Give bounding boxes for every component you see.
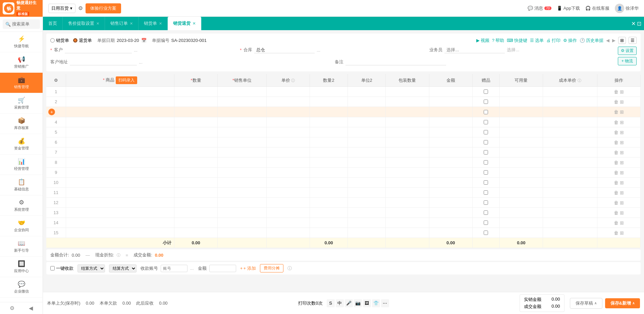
tab-close-button[interactable]: ✕ [631, 20, 636, 27]
tab-price-setup[interactable]: 售价提取设置 ✕ [63, 17, 105, 30]
help-button[interactable]: ? 帮助 [492, 38, 504, 44]
copy-row-13[interactable]: ⊞ [620, 210, 624, 215]
tab-maximize-button[interactable]: ⊡ [637, 20, 641, 27]
gift-checkbox-5[interactable] [484, 130, 488, 134]
sidebar-item-member[interactable]: V 畅会员 [0, 298, 43, 302]
gift-checkbox-10[interactable] [484, 180, 488, 185]
gift-checkbox-8[interactable] [484, 160, 488, 165]
address-picker[interactable]: ... [139, 60, 143, 65]
sidebar-item-operations[interactable]: 📊 经营管理 [0, 154, 43, 175]
save-new-button[interactable]: 保存&新增 ∧ [605, 298, 640, 308]
tool-zh[interactable]: 中 [336, 299, 344, 307]
sidebar-item-finance[interactable]: 💰 资金管理 [0, 134, 43, 154]
sidebar-settings-button[interactable]: ⚙ [10, 305, 14, 311]
gift-checkbox-13[interactable] [484, 210, 488, 215]
gift-checkbox-11[interactable] [484, 190, 488, 195]
tab-sales-delivery-close[interactable]: ✕ [159, 21, 162, 26]
customer-input[interactable] [65, 47, 132, 53]
trial-button[interactable]: 体验行业方案 [86, 3, 121, 13]
operate-button[interactable]: ⚙ 操作 [563, 38, 577, 44]
sidebar-item-coop[interactable]: 🤝 企业协同 [0, 216, 43, 236]
sidebar-item-system[interactable]: ⚙ 系统管理 [0, 195, 43, 216]
sidebar-item-inventory[interactable]: 📦 库存核算 [0, 114, 43, 134]
copy-row-12[interactable]: ⊞ [620, 200, 624, 205]
warehouse-picker[interactable]: ... [317, 48, 320, 53]
gift-checkbox-12[interactable] [484, 200, 488, 205]
cell-product-6[interactable] [66, 137, 174, 147]
search-menu-button[interactable]: 🔍 搜索菜单 [3, 19, 40, 29]
delete-row-8[interactable]: 🗑 [614, 160, 619, 165]
tab-sales-return-close[interactable]: ✕ [193, 21, 196, 26]
cell-product-13[interactable] [66, 208, 174, 218]
delete-row-15[interactable]: 🗑 [614, 230, 619, 236]
copy-row-5[interactable]: ⊞ [620, 130, 624, 135]
delete-row-1[interactable]: 🗑 [614, 89, 619, 95]
delete-row-4[interactable]: 🗑 [614, 120, 619, 125]
app-download-button[interactable]: 📱 App下载 [557, 5, 580, 11]
gift-checkbox-4[interactable] [484, 120, 488, 124]
gift-checkbox-6[interactable] [484, 140, 488, 144]
history-button[interactable]: 🕐 历史单据 [580, 38, 603, 44]
customer-picker[interactable]: ... [134, 48, 138, 53]
tool-shirt[interactable]: 👕 [372, 299, 380, 307]
save-draft-button[interactable]: 保存草稿 ∧ [570, 298, 602, 309]
tab-sales-order[interactable]: 销售订单 ✕ [105, 17, 139, 30]
shortcut-btn[interactable]: ⌨ 快捷键 [507, 38, 527, 44]
radio-sale[interactable]: 销货单 [50, 38, 69, 44]
gift-checkbox-9[interactable] [484, 170, 488, 175]
cell-product-5[interactable] [66, 127, 174, 137]
tab-sales-delivery[interactable]: 销货单 ✕ [139, 17, 168, 30]
settings-form-button[interactable]: ⚙ 设置 [618, 47, 637, 55]
sidebar-item-sales[interactable]: 💼 销售管理 [0, 73, 43, 93]
tab-sales-order-close[interactable]: ✕ [130, 21, 133, 26]
remark-input[interactable] [345, 59, 446, 65]
user-menu[interactable]: 👤 徐泽华 [615, 4, 639, 13]
account-input[interactable] [161, 265, 187, 272]
delete-row-13[interactable]: 🗑 [614, 210, 619, 215]
cell-product-9[interactable] [66, 168, 174, 178]
radio-return-input[interactable] [73, 38, 77, 43]
delete-row-6[interactable]: 🗑 [614, 140, 619, 145]
fee-amount-input[interactable] [209, 265, 236, 272]
radio-return[interactable]: 退货单 [73, 38, 92, 44]
copy-row-11[interactable]: ⊞ [620, 190, 624, 195]
delete-row-12[interactable]: 🗑 [614, 200, 619, 205]
warehouse-input[interactable] [254, 47, 315, 53]
one-click-pay-checkbox[interactable]: 一键收款 [50, 265, 73, 271]
print-button[interactable]: 🖨 打印 [546, 38, 560, 44]
gift-checkbox-15[interactable] [484, 231, 488, 235]
delete-row-11[interactable]: 🗑 [614, 190, 619, 195]
add-row-button[interactable]: + [48, 109, 55, 115]
delete-row-7[interactable]: 🗑 [614, 150, 619, 155]
logistics-button[interactable]: + 物流 [618, 57, 637, 65]
tab-sales-return[interactable]: 销货退货 ✕ [168, 17, 201, 30]
address-input[interactable] [70, 59, 137, 65]
sidebar-item-guide[interactable]: 📖 新手引导 [0, 236, 43, 257]
settle-method-select[interactable]: 结算方式 [77, 264, 105, 272]
cell-product-10[interactable] [66, 178, 174, 188]
delete-row-9[interactable]: 🗑 [614, 170, 619, 175]
cell-product-15[interactable] [66, 228, 174, 238]
select-order-btn[interactable]: ☰ 选单 [530, 38, 544, 44]
delete-row-2[interactable]: 🗑 [614, 99, 619, 105]
cell-product-4[interactable] [66, 117, 174, 127]
gift-checkbox-3[interactable] [484, 110, 488, 114]
cell-product-12[interactable] [66, 198, 174, 208]
copy-row-10[interactable]: ⊞ [620, 180, 624, 185]
fee-split-button[interactable]: 费用分摊 [260, 264, 283, 272]
scan-input-button[interactable]: 扫码录入 [116, 76, 137, 84]
tab-home[interactable]: 首页 [43, 17, 63, 30]
staff-input[interactable] [444, 47, 505, 53]
delete-row-14[interactable]: 🗑 [614, 220, 619, 226]
topbar-settings-button[interactable]: ⚙ [78, 5, 83, 11]
one-click-pay-input[interactable] [50, 266, 55, 270]
staff-picker[interactable]: 选择... [507, 47, 519, 53]
cell-product-3[interactable] [66, 107, 174, 117]
copy-row-9[interactable]: ⊞ [620, 170, 624, 175]
copy-row-2[interactable]: ⊞ [620, 99, 624, 105]
gift-checkbox-2[interactable] [484, 100, 488, 104]
tool-mic[interactable]: 🎤 [345, 299, 353, 307]
sidebar-item-shortcut[interactable]: ⚡ 快捷导航 [0, 32, 43, 52]
gift-checkbox-1[interactable] [484, 89, 488, 94]
tool-more[interactable]: ⋯ [381, 299, 389, 307]
